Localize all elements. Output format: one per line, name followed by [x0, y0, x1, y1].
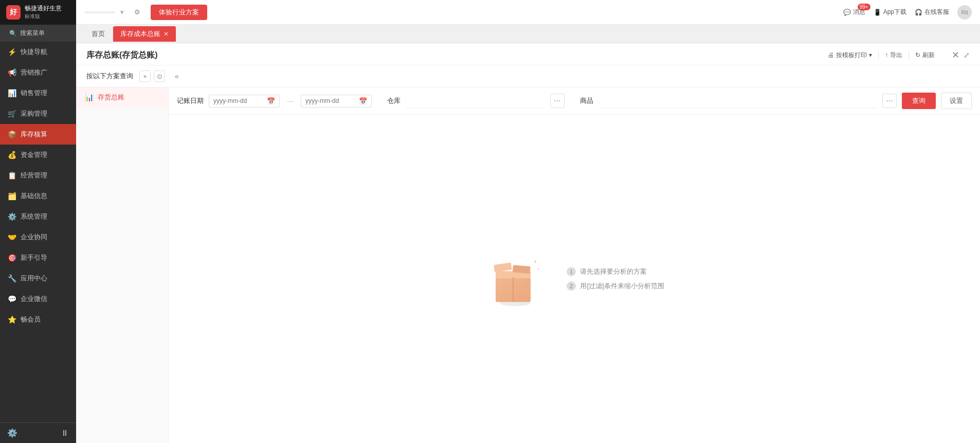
trial-industry-button[interactable]: 体验行业方案	[151, 5, 207, 20]
sidebar-label-purchase: 采购管理	[21, 109, 47, 118]
panel-close-button[interactable]: ✕	[952, 49, 959, 61]
sidebar-label-cooperation: 企业协同	[21, 233, 47, 242]
main-area: ▾ ⚙ 体验行业方案 💬 消息 99+ 📱 App下载 🎧 在线客服 Rit	[76, 0, 980, 443]
empty-state: ✦ ✦	[169, 115, 980, 443]
filter-add-button[interactable]: +	[139, 70, 151, 82]
sidebar-search-item[interactable]: 🔍 搜索菜单	[0, 25, 76, 42]
product-label: 商品	[580, 96, 593, 105]
tip-text-2: 用[过滤]条件来缩小分析范围	[580, 281, 664, 291]
app-download-icon: 📱	[874, 9, 881, 16]
refresh-button[interactable]: ↻ 刷新	[915, 51, 935, 60]
settings-footer-icon[interactable]: ⚙️	[7, 428, 17, 438]
sidebar-label-wecom: 企业微信	[21, 294, 47, 304]
sidebar-item-operation[interactable]: 📋 经营管理	[0, 165, 76, 186]
sidebar-label-newbie: 新手引导	[21, 253, 47, 262]
topbar: ▾ ⚙ 体验行业方案 💬 消息 99+ 📱 App下载 🎧 在线客服 Rit	[76, 0, 980, 25]
sidebar-search-label: 搜索菜单	[20, 29, 45, 38]
tip-text-1: 请先选择要分析的方案	[580, 267, 647, 276]
empty-box-svg: ✦ ✦	[484, 251, 546, 307]
date-from-input[interactable]	[213, 97, 265, 104]
sidebar-item-inventory[interactable]: 📦 库存核算	[0, 124, 76, 145]
sidebar-logo: 好 畅捷通好生意 标准版	[0, 0, 76, 25]
sidebar-item-marketing[interactable]: 📢 营销推广	[0, 62, 76, 83]
online-service-icon: 🎧	[915, 9, 922, 16]
filter-bar: 按以下方案查询 + ⊙ «	[76, 65, 980, 87]
cooperation-icon: 🤝	[7, 233, 16, 242]
sidebar-item-purchase[interactable]: 🛒 采购管理	[0, 103, 76, 124]
scheme-item-icon: 📊	[84, 93, 94, 102]
refresh-icon: ↻	[915, 51, 920, 59]
logo-sub: 标准版	[25, 13, 62, 20]
sidebar-item-wecom[interactable]: 💬 企业微信	[0, 289, 76, 309]
tab-home-label: 首页	[92, 29, 105, 39]
sidebar-label-quick-nav: 快捷导航	[21, 47, 47, 57]
sidebar-label-operation: 经营管理	[21, 171, 47, 180]
print-icon: 🖨	[828, 51, 834, 59]
date-to-wrap: 📅	[301, 95, 372, 108]
logo-text-wrap: 畅捷通好生意 标准版	[25, 5, 62, 20]
settings-button[interactable]: 设置	[941, 93, 972, 109]
quick-nav-icon: ⚡	[7, 47, 16, 57]
tab-inventory-cost[interactable]: 库存成本总账 ✕	[113, 26, 176, 42]
breadcrumb: ▾	[84, 8, 126, 16]
product-more-button[interactable]: ···	[882, 94, 897, 108]
sidebar-item-basic[interactable]: 🗂️ 基础信息	[0, 186, 76, 206]
sidebar-label-finance: 资金管理	[21, 150, 47, 160]
online-service-button[interactable]: 🎧 在线客服	[915, 8, 949, 16]
tip-num-1: 1	[567, 267, 576, 276]
app-download-label: App下载	[883, 8, 906, 16]
sidebar-item-member[interactable]: ⭐ 畅会员	[0, 309, 76, 330]
gear-icon[interactable]: ⚙	[130, 5, 144, 20]
scheme-panel: 📊 存货总账	[76, 87, 169, 443]
calendar-from-icon[interactable]: 📅	[267, 97, 275, 105]
sidebar-item-finance[interactable]: 💰 资金管理	[0, 145, 76, 165]
print-template-label: 按模板打印	[836, 51, 867, 60]
sidebar-label-inventory: 库存核算	[21, 130, 47, 139]
messages-badge: 99+	[858, 4, 870, 10]
export-button[interactable]: ↑ 导出	[885, 51, 902, 60]
sidebar: 好 畅捷通好生意 标准版 🔍 搜索菜单 ⚡ 快捷导航 📢 营销推广 📊 销售管理…	[0, 0, 76, 443]
filter-settings-button[interactable]: ⊙	[154, 70, 165, 82]
sidebar-item-sales[interactable]: 📊 销售管理	[0, 83, 76, 103]
sidebar-item-quick-nav[interactable]: ⚡ 快捷导航	[0, 42, 76, 62]
basic-icon: 🗂️	[7, 191, 16, 201]
query-button[interactable]: 查询	[902, 93, 936, 109]
user-avatar-area[interactable]: Rit	[957, 5, 972, 20]
topbar-left: ▾ ⚙ 体验行业方案	[84, 5, 843, 20]
avatar-text: Rit	[961, 9, 968, 15]
filter-collapse-button[interactable]: «	[171, 70, 183, 82]
warehouse-more-button[interactable]: ···	[550, 94, 565, 108]
print-template-button[interactable]: 🖨 按模板打印 ▾	[828, 51, 872, 60]
member-icon: ⭐	[7, 315, 16, 324]
marketing-icon: 📢	[7, 68, 16, 77]
date-to-input[interactable]	[305, 97, 357, 104]
logo-text: 畅捷通好生意	[25, 5, 62, 13]
finance-icon: 💰	[7, 150, 16, 160]
scheme-item-inventory-ledger[interactable]: 📊 存货总账	[76, 87, 168, 107]
sidebar-item-cooperation[interactable]: 🤝 企业协同	[0, 227, 76, 247]
svg-rect-4	[494, 262, 512, 272]
svg-text:✦: ✦	[533, 259, 537, 264]
empty-tips: 1 请先选择要分析的方案 2 用[过滤]条件来缩小分析范围	[567, 267, 664, 291]
tab-close-icon[interactable]: ✕	[164, 30, 169, 38]
sidebar-nav: ⚡ 快捷导航 📢 营销推广 📊 销售管理 🛒 采购管理 📦 库存核算 💰 资金管…	[0, 42, 76, 422]
collapse-sidebar-icon[interactable]: ⏸	[61, 429, 69, 438]
calendar-to-icon[interactable]: 📅	[359, 97, 367, 105]
print-chevron-icon: ▾	[869, 51, 872, 59]
refresh-label: 刷新	[922, 51, 935, 60]
chevron-down-icon[interactable]: ▾	[120, 8, 124, 16]
tab-home[interactable]: 首页	[84, 26, 112, 42]
sidebar-label-member: 畅会员	[21, 315, 41, 324]
sidebar-item-newbie[interactable]: 🎯 新手引导	[0, 247, 76, 268]
sidebar-item-apps[interactable]: 🔧 应用中心	[0, 268, 76, 289]
panel-resize-button[interactable]: ⤢	[964, 51, 970, 59]
divider-2	[909, 51, 909, 59]
system-icon: ⚙️	[7, 212, 16, 221]
app-download-button[interactable]: 📱 App下载	[874, 8, 906, 16]
sidebar-item-system[interactable]: ⚙️ 系统管理	[0, 206, 76, 227]
sales-icon: 📊	[7, 88, 16, 98]
online-service-label: 在线客服	[924, 8, 949, 16]
messages-button[interactable]: 💬 消息 99+	[843, 8, 865, 16]
sidebar-footer: ⚙️ ⏸	[0, 422, 76, 443]
tabbar: 首页 库存成本总账 ✕	[76, 25, 980, 43]
